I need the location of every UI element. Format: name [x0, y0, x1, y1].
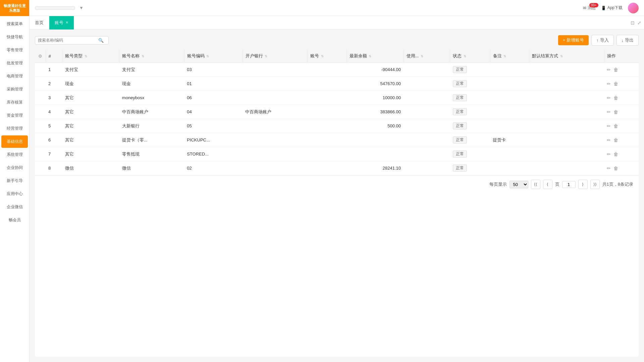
col-status[interactable]: 状态 ⇅ — [450, 50, 490, 63]
import-button[interactable]: ↑ 导入 — [591, 35, 614, 46]
next-page-button[interactable]: ⟩ — [578, 180, 588, 189]
sidebar-item-operation[interactable]: 经营管理 — [1, 122, 28, 135]
last-page-button[interactable]: ⟩⟩ — [590, 180, 600, 189]
sidebar-item-inventory[interactable]: 库存核算 — [1, 96, 28, 109]
row-balance: 10000.00 — [346, 91, 404, 105]
add-account-button[interactable]: + 新增账号 — [558, 35, 589, 45]
edit-icon[interactable]: ✏ — [607, 166, 611, 171]
sidebar-item-retail[interactable]: 零售管理 — [1, 44, 28, 56]
col-code[interactable]: 账号编码 ⇅ — [184, 50, 243, 63]
edit-icon[interactable]: ✏ — [607, 95, 611, 101]
col-account-no[interactable]: 账号 ⇅ — [308, 50, 346, 63]
message-button[interactable]: ✉ 消息 99+ — [583, 5, 596, 11]
tab-home[interactable]: 首页 — [30, 16, 49, 29]
table-row: 1 支付宝 支付宝 03 -90444.00 正常 ✏ 🗑 — [35, 63, 639, 77]
inventory-label: 库存核算 — [3, 100, 26, 105]
col-usage[interactable]: 使用... ⇅ — [404, 50, 450, 63]
basic-label: 基础信息 — [3, 139, 26, 144]
row-usage — [404, 77, 450, 91]
sidebar-item-appcenter[interactable]: 应用中心 — [1, 188, 28, 200]
table-row: 2 现金 现金 01 547670.00 正常 ✏ 🗑 — [35, 77, 639, 91]
delete-icon[interactable]: 🗑 — [613, 152, 618, 157]
row-action: ✏ 🗑 — [604, 91, 639, 105]
col-balance[interactable]: 最新余额 ⇅ — [346, 50, 404, 63]
sidebar-item-vip[interactable]: 畅会员 — [1, 214, 28, 226]
sidebar-item-guide[interactable]: 新手引导 — [1, 175, 28, 187]
row-name: 大新银行 — [119, 119, 184, 133]
edit-icon[interactable]: ✏ — [607, 152, 611, 157]
status-badge: 正常 — [453, 108, 467, 115]
minimize-icon[interactable]: ⊡ — [631, 20, 635, 25]
row-account-no — [308, 161, 346, 175]
row-index: 5 — [46, 119, 62, 133]
col-name[interactable]: 账号名称 ⇅ — [119, 50, 184, 63]
col-type[interactable]: 账号类型 ⇅ — [62, 50, 119, 63]
maximize-icon[interactable]: ⤢ — [637, 20, 641, 25]
search-input[interactable] — [38, 38, 98, 43]
guide-label: 新手引导 — [3, 178, 26, 184]
delete-icon[interactable]: 🗑 — [613, 67, 618, 72]
page-input[interactable] — [562, 181, 576, 188]
delete-icon[interactable]: 🗑 — [613, 95, 618, 101]
sidebar-item-purchase[interactable]: 采购管理 — [1, 83, 28, 96]
delete-icon[interactable]: 🗑 — [613, 109, 618, 115]
sidebar-item-search[interactable]: 搜索菜单 — [1, 18, 28, 30]
col-settings[interactable]: ⚙ — [35, 50, 46, 63]
delete-icon[interactable]: 🗑 — [613, 123, 618, 129]
row-action: ✏ 🗑 — [604, 147, 639, 161]
delete-icon[interactable]: 🗑 — [613, 137, 618, 143]
dropdown-arrow-icon[interactable]: ▼ — [79, 5, 84, 10]
table-row: 3 其它 moneybosx 06 10000.00 正常 ✏ 🗑 — [35, 91, 639, 105]
row-balance: 547670.00 — [346, 77, 404, 91]
row-action: ✏ 🗑 — [604, 77, 639, 91]
sidebar-item-finance[interactable]: 资金管理 — [1, 109, 28, 122]
agreement-label: 企业协同 — [3, 165, 26, 171]
action-buttons: ✏ 🗑 — [607, 109, 636, 115]
per-page-select[interactable]: 50 20 100 — [509, 181, 528, 188]
sidebar-item-shortcut[interactable]: 快捷导航 — [1, 31, 28, 43]
col-index: # — [46, 50, 62, 63]
row-remark — [490, 91, 529, 105]
row-usage — [404, 147, 450, 161]
app-download-button[interactable]: 📱 App下载 — [601, 5, 623, 11]
export-button[interactable]: ↓ 导出 — [616, 35, 639, 46]
tab-account[interactable]: 账号 ✕ — [49, 16, 74, 29]
search-icon[interactable]: 🔍 — [98, 38, 104, 43]
col-bank[interactable]: 开户银行 ⇅ — [243, 50, 307, 63]
row-code: 01 — [184, 77, 243, 91]
row-name: 零售抵现 — [119, 147, 184, 161]
main-area: ▼ ✉ 消息 99+ 📱 App下载 首页 账号 ✕ ⊡ ⤢ — [30, 0, 644, 362]
row-status: 正常 — [450, 161, 490, 175]
row-balance — [346, 133, 404, 147]
export-icon: ↓ — [622, 38, 624, 43]
sidebar-item-system[interactable]: 系统管理 — [1, 148, 28, 161]
edit-icon[interactable]: ✏ — [607, 123, 611, 129]
row-remark — [490, 119, 529, 133]
avatar[interactable] — [628, 3, 639, 13]
sidebar-item-ecommerce[interactable]: 电商管理 — [1, 70, 28, 82]
action-buttons: ✏ 🗑 — [607, 81, 636, 86]
edit-icon[interactable]: ✏ — [607, 81, 611, 86]
row-remark — [490, 77, 529, 91]
tab-close-icon[interactable]: ✕ — [65, 20, 68, 25]
row-type: 其它 — [62, 91, 119, 105]
action-buttons: ✏ 🗑 — [607, 152, 636, 157]
row-balance — [346, 147, 404, 161]
delete-icon[interactable]: 🗑 — [613, 81, 618, 86]
edit-icon[interactable]: ✏ — [607, 109, 611, 115]
prev-page-button[interactable]: ⟨ — [543, 180, 552, 189]
edit-icon[interactable]: ✏ — [607, 137, 611, 143]
first-page-button[interactable]: ⟨⟨ — [531, 180, 540, 189]
sidebar-item-basic[interactable]: 基础信息 — [1, 135, 28, 148]
row-index: 3 — [46, 91, 62, 105]
sidebar-item-corpwechat[interactable]: 企业微信 — [1, 201, 28, 213]
sidebar-item-wholesale[interactable]: 批发管理 — [1, 57, 28, 69]
sidebar-item-agreement[interactable]: 企业协同 — [1, 162, 28, 174]
row-index: 4 — [46, 105, 62, 119]
col-remark[interactable]: 备注 ⇅ — [490, 50, 529, 63]
delete-icon[interactable]: 🗑 — [613, 166, 618, 171]
row-bank: 中百商场账户 — [243, 105, 307, 119]
action-buttons: ✏ 🗑 — [607, 123, 636, 129]
edit-icon[interactable]: ✏ — [607, 67, 611, 72]
col-default-settle[interactable]: 默认结算方式 ⇅ — [529, 50, 604, 63]
